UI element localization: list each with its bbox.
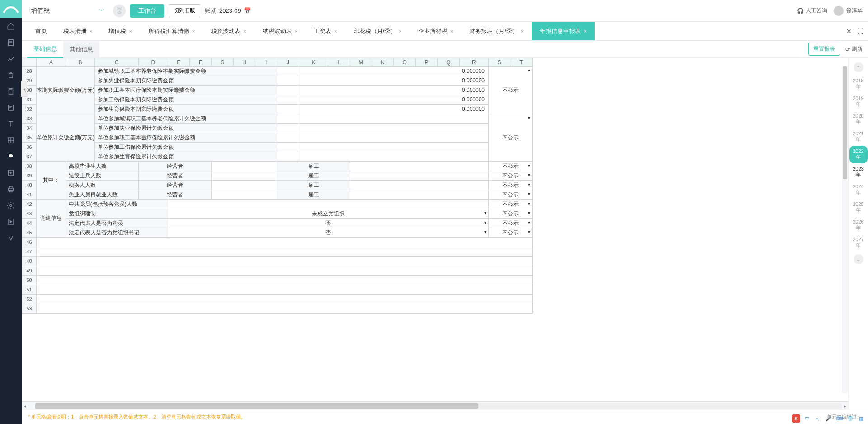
cell[interactable] (277, 133, 299, 143)
cell[interactable] (277, 143, 299, 152)
col-header[interactable]: A (37, 58, 66, 67)
col-header[interactable]: R (459, 58, 489, 67)
row-header[interactable]: 42 (22, 200, 37, 209)
cell-label[interactable]: 党建信息 (37, 200, 66, 238)
col-header[interactable]: O (394, 58, 415, 67)
row-header[interactable]: 43 (22, 209, 37, 219)
tab-close-icon[interactable]: × (584, 29, 586, 34)
nav-text-icon[interactable] (0, 116, 22, 132)
tab-close-icon[interactable]: × (90, 29, 92, 34)
cell[interactable] (37, 304, 533, 314)
subtab-other[interactable]: 其他信息 (63, 41, 99, 57)
nav-gear-icon[interactable] (0, 197, 22, 214)
year-2024年[interactable]: 2024年 (849, 181, 868, 199)
col-header[interactable]: T (510, 58, 533, 67)
col-header[interactable]: I (255, 58, 277, 67)
cell-label[interactable]: 单位参加生育保险累计欠缴金额 (95, 152, 277, 162)
year-2021年[interactable]: 2021年 (849, 128, 868, 146)
cell[interactable] (277, 105, 299, 114)
nav-v-icon[interactable] (0, 230, 22, 246)
cell[interactable] (350, 190, 488, 200)
cell-dropdown[interactable]: 不公示 (489, 162, 533, 171)
year-2023年[interactable]: 2023年 (849, 163, 868, 181)
manual-consult[interactable]: 🎧 人工咨询 (797, 7, 827, 14)
cell-dropdown[interactable]: 不公示 (489, 190, 533, 200)
cell-dropdown[interactable]: 不公示 (489, 114, 533, 162)
cell[interactable] (212, 162, 277, 171)
cell[interactable] (212, 190, 277, 200)
col-header[interactable]: D (139, 58, 168, 67)
cell-label[interactable]: 经营者 (139, 162, 212, 171)
tab-年报信息申报表[interactable]: 年报信息申报表× (532, 22, 594, 40)
cell[interactable] (277, 86, 299, 95)
row-header[interactable]: 36 (22, 143, 37, 152)
cell[interactable] (37, 238, 533, 247)
row-header[interactable]: 38 (22, 162, 37, 171)
ime-mic-icon[interactable]: 🎤 (825, 414, 833, 423)
cell-label[interactable]: 其中： (37, 162, 66, 200)
panel-expand-icon[interactable]: ◂ (21, 81, 27, 97)
cell[interactable] (168, 200, 489, 209)
cell-label[interactable]: 残疾人人数 (66, 181, 138, 190)
nav-book-icon[interactable] (0, 100, 22, 116)
col-header[interactable]: F (189, 58, 211, 67)
cell-dropdown[interactable]: 不公示 (489, 209, 533, 219)
cell-dropdown[interactable]: 不公示 (489, 181, 533, 190)
col-header[interactable] (22, 58, 37, 67)
cell-label[interactable]: 经营者 (139, 181, 212, 190)
cell[interactable] (350, 181, 488, 190)
year-2019年[interactable]: 2019年 (849, 93, 868, 110)
cell-dropdown[interactable]: 否 (168, 228, 489, 238)
year-up-icon[interactable]: ⌃ (854, 62, 863, 72)
cell[interactable] (212, 171, 277, 181)
col-header[interactable]: H (233, 58, 255, 67)
refresh-button[interactable]: ⟳ 刷新 (845, 45, 863, 53)
nav-chart-icon[interactable] (0, 51, 22, 67)
cell-label[interactable]: 参加工伤保险本期实际缴费金额 (95, 95, 277, 105)
cell[interactable] (37, 295, 533, 304)
cell-value[interactable]: 0.000000 (299, 95, 488, 105)
row-header[interactable]: 33 (22, 114, 37, 124)
tab-close-icon[interactable]: × (450, 29, 453, 34)
row-header[interactable]: 46 (22, 238, 37, 247)
vertical-scrollbar[interactable] (842, 66, 848, 393)
row-header[interactable]: 51 (22, 285, 37, 295)
cell[interactable] (299, 124, 488, 133)
scroll-left-icon[interactable]: ◂ (22, 402, 28, 410)
workspace-button[interactable]: 工作台 (130, 4, 164, 18)
cell-label[interactable]: 法定代表人是否为党组织书记 (66, 228, 168, 238)
tab-印花税（月/季）[interactable]: 印花税（月/季）× (345, 22, 410, 40)
cell-value[interactable]: 0.000000 (299, 105, 488, 114)
nav-bag-icon[interactable] (0, 67, 22, 83)
row-header[interactable]: 34 (22, 124, 37, 133)
cell[interactable] (350, 162, 488, 171)
nav-home-icon[interactable] (0, 18, 22, 34)
row-header[interactable]: 52 (22, 295, 37, 304)
switch-old-button[interactable]: 切到旧版 (169, 4, 200, 17)
tab-税表清册[interactable]: 税表清册× (55, 22, 100, 40)
cell[interactable] (277, 67, 299, 76)
cell-label[interactable]: 雇工 (277, 171, 350, 181)
cell[interactable] (277, 114, 299, 124)
nav-export-icon[interactable] (0, 165, 22, 181)
cell-dropdown[interactable]: 未成立党组织 (168, 209, 489, 219)
tab-首页[interactable]: 首页 (27, 22, 55, 40)
ime-cn-icon[interactable]: 中 (803, 414, 811, 423)
year-2020年[interactable]: 2020年 (849, 110, 868, 128)
cell-label[interactable]: 中共党员(包括预备党员)人数 (66, 200, 168, 209)
tab-close-icon[interactable]: × (129, 29, 132, 34)
nav-play-icon[interactable] (0, 214, 22, 230)
row-header[interactable]: 39 (22, 171, 37, 181)
row-header[interactable]: 45 (22, 228, 37, 238)
cell-label[interactable]: 单位参加职工基本医疗保险累计欠缴金额 (95, 133, 277, 143)
tab-close-icon[interactable]: × (295, 29, 297, 34)
col-header[interactable]: C (95, 58, 139, 67)
user-menu[interactable]: 徐泽华 (834, 6, 863, 16)
cell[interactable] (350, 171, 488, 181)
subtab-basic[interactable]: 基础信息 (27, 41, 63, 58)
nav-clip-icon[interactable] (0, 83, 22, 100)
year-2027年[interactable]: 2027年 (849, 234, 868, 252)
cell-dropdown[interactable]: 不公示 (489, 219, 533, 228)
row-header[interactable]: 44 (22, 219, 37, 228)
tab-企业所得税[interactable]: 企业所得税× (410, 22, 461, 40)
